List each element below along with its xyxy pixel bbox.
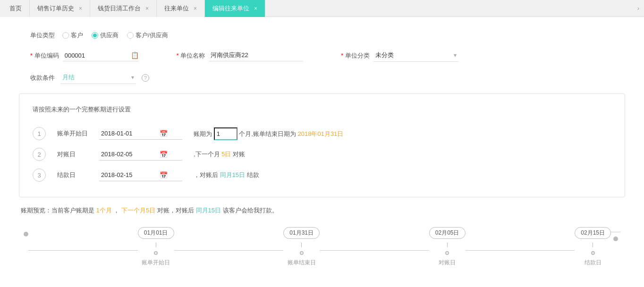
radio-supplier[interactable]: 供应商 bbox=[92, 31, 119, 40]
unit-code-group: 单位编码 📋 bbox=[30, 50, 139, 61]
timeline-start-dot bbox=[24, 232, 28, 236]
radio-customer[interactable]: 客户 bbox=[62, 31, 83, 40]
timeline-line-2 bbox=[174, 250, 284, 251]
tab-home-label: 首页 bbox=[9, 4, 22, 13]
step-1-highlight-date: 2018年01月31日 bbox=[298, 130, 344, 137]
steps-table: 1 账单开始日 📅 账期为 个月,账单结束日期为 201 bbox=[33, 123, 611, 186]
timeline-label-1: 账单开始日 bbox=[142, 259, 170, 267]
step-1-label: 账单开始日 bbox=[57, 130, 88, 137]
tab-sales-order-history-close[interactable]: × bbox=[79, 5, 82, 12]
step-2-num: 2 bbox=[33, 148, 46, 161]
main-content: 单位类型 客户 供应商 客户/供应商 单位编码 📋 单位 bbox=[0, 17, 644, 287]
step-3-label: 结款日 bbox=[57, 171, 76, 178]
tab-edit-partner-close[interactable]: × bbox=[254, 5, 257, 12]
preview-suffix: 该客户会给我打款。 bbox=[223, 207, 278, 214]
timeline-node-3: 02月05日 对账日 bbox=[429, 227, 466, 267]
payment-arrow-icon: ▾ bbox=[131, 74, 134, 81]
unit-type-label: 单位类型 bbox=[30, 31, 55, 40]
payment-label: 收款条件 bbox=[30, 74, 55, 82]
step-2-highlight-day: 5日 bbox=[221, 151, 231, 158]
preview-part1: 1个月 bbox=[96, 207, 112, 214]
step-2-date-field[interactable] bbox=[101, 151, 158, 158]
step-1-desc: 账期为 个月,账单结束日期为 2018年01月31日 bbox=[194, 130, 343, 137]
timeline-label-2: 账单结束日 bbox=[288, 259, 316, 267]
unit-code-input-wrapper: 📋 bbox=[63, 50, 139, 61]
panel-title: 请按照未来的一个完整帐期进行设置 bbox=[33, 105, 611, 114]
timeline-start bbox=[24, 232, 28, 236]
radio-customer-circle bbox=[62, 32, 69, 39]
step-3-date-input: 📅 bbox=[99, 169, 182, 181]
radio-supplier-circle bbox=[92, 32, 98, 39]
payment-select[interactable]: 月结 ▾ bbox=[60, 71, 136, 84]
step-3-highlight-day: 同月15日 bbox=[220, 171, 245, 178]
unit-category-select[interactable]: 未分类 ▾ bbox=[373, 49, 458, 62]
step-1-date-field[interactable] bbox=[101, 130, 158, 137]
settings-panel: 请按照未来的一个完整帐期进行设置 1 账单开始日 📅 bbox=[19, 93, 625, 197]
radio-both-circle bbox=[127, 32, 134, 39]
step-3-row: 3 结款日 📅 ，对账后 同月15日 结款 bbox=[33, 165, 611, 186]
timeline-line-4 bbox=[466, 250, 575, 251]
timeline-date-1: 01月01日 bbox=[138, 227, 174, 239]
timeline-date-2: 01月31日 bbox=[283, 227, 320, 239]
step-2-calendar-icon[interactable]: 📅 bbox=[160, 151, 168, 158]
unit-category-label: 单位分类 bbox=[341, 51, 370, 60]
step-2-row: 2 对账日 📅 ,下一个月 5日 对账 bbox=[33, 144, 611, 165]
tab-cash-work-label: 钱货日清工作台 bbox=[98, 4, 141, 13]
timeline-label-4: 结款日 bbox=[585, 259, 602, 267]
step-1-num: 1 bbox=[33, 127, 46, 140]
tab-cash-work-close[interactable]: × bbox=[145, 5, 149, 12]
step-1-row: 1 账单开始日 📅 账期为 个月,账单结束日期为 201 bbox=[33, 123, 611, 144]
tab-cash-work[interactable]: 钱货日清工作台 × bbox=[90, 0, 157, 17]
timeline-seg3: 02月05日 对账日 bbox=[320, 227, 466, 267]
tab-sales-order-history-label: 销售订单历史 bbox=[37, 4, 74, 13]
unit-name-group: 单位名称 bbox=[177, 50, 304, 61]
step-1-suffix: 个月,账单结束日期为 bbox=[239, 130, 296, 137]
unit-name-label: 单位名称 bbox=[177, 51, 205, 60]
unit-category-group: 单位分类 未分类 ▾ bbox=[341, 49, 458, 62]
payment-value: 月结 bbox=[62, 73, 127, 82]
tab-edit-partner[interactable]: 编辑往来单位 × bbox=[205, 0, 265, 17]
unit-type-radio-group: 客户 供应商 客户/供应商 bbox=[62, 31, 168, 40]
timeline-line-1 bbox=[28, 250, 138, 251]
tab-sales-order-history[interactable]: 销售订单历史 × bbox=[30, 0, 90, 17]
timeline-date-3: 02月05日 bbox=[429, 227, 466, 239]
step-3-calendar-icon[interactable]: 📅 bbox=[160, 171, 168, 179]
tab-partners-label: 往来单位 bbox=[164, 4, 189, 13]
step-3-num: 3 bbox=[33, 169, 46, 182]
preview-text: 账期预览：当前客户账期是 1个月 ， 下一个月5日 对账，对账后 同月15日 该… bbox=[21, 205, 625, 216]
timeline-label-3: 对账日 bbox=[439, 259, 456, 267]
timeline-node-4: 02月15日 结款日 bbox=[575, 227, 611, 267]
timeline-seg4: 02月15日 结款日 bbox=[466, 227, 611, 267]
unit-name-input[interactable] bbox=[209, 50, 303, 61]
preview-part2: 下一个月5日 bbox=[121, 207, 155, 214]
tab-home[interactable]: 首页 bbox=[0, 0, 30, 17]
payment-help-icon[interactable]: ? bbox=[142, 74, 149, 82]
step-3-date-field[interactable] bbox=[101, 171, 158, 178]
timeline-end bbox=[611, 232, 620, 241]
timeline-node-2: 01月31日 账单结束日 bbox=[283, 227, 320, 267]
step-2-desc: ,下一个月 5日 对账 bbox=[194, 151, 245, 158]
timeline-seg1: 01月01日 账单开始日 bbox=[28, 227, 174, 267]
radio-customer-label: 客户 bbox=[71, 31, 83, 40]
unit-code-input[interactable] bbox=[63, 50, 129, 61]
step-1-date-input: 📅 bbox=[99, 128, 182, 140]
radio-both[interactable]: 客户/供应商 bbox=[127, 31, 168, 40]
unit-category-value: 未分类 bbox=[375, 51, 450, 59]
timeline-date-4: 02月15日 bbox=[575, 227, 611, 239]
tab-partners-close[interactable]: × bbox=[194, 5, 197, 12]
step-1-calendar-icon[interactable]: 📅 bbox=[160, 130, 168, 137]
radio-both-label: 客户/供应商 bbox=[136, 31, 168, 40]
tab-bar: 首页 销售订单历史 × 钱货日清工作台 × 往来单位 × 编辑往来单位 × › bbox=[0, 0, 644, 17]
step-2-date-input: 📅 bbox=[99, 149, 182, 160]
timeline-line-3 bbox=[320, 250, 429, 251]
tab-chevron-button[interactable]: › bbox=[633, 0, 644, 17]
tab-partners[interactable]: 往来单位 × bbox=[157, 0, 205, 17]
preview-part3: 同月15日 bbox=[196, 207, 221, 214]
unit-category-arrow-icon: ▾ bbox=[454, 52, 457, 59]
step-1-month-input[interactable] bbox=[214, 127, 237, 140]
unit-code-copy-icon[interactable]: 📋 bbox=[131, 51, 139, 59]
payment-row: 收款条件 月结 ▾ ? bbox=[30, 71, 625, 84]
unit-code-label: 单位编码 bbox=[30, 51, 59, 60]
unit-info-row: 单位编码 📋 单位名称 单位分类 未分类 ▾ bbox=[30, 49, 625, 62]
timeline-node-1: 01月01日 账单开始日 bbox=[138, 227, 174, 267]
